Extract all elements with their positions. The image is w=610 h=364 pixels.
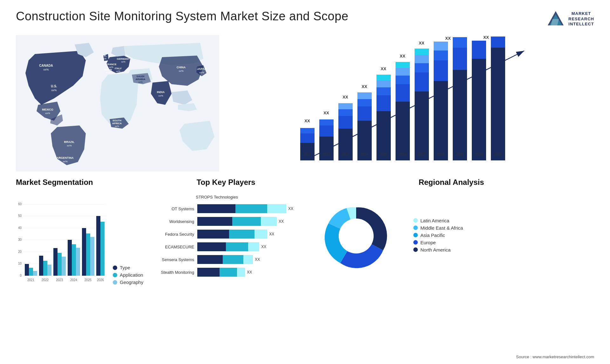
svg-rect-39 (300, 133, 315, 143)
svg-rect-96 (491, 48, 505, 160)
bar-seg-1 (197, 230, 229, 239)
player-bar-segments-fs (197, 230, 267, 239)
bar-seg-3 (261, 217, 277, 226)
svg-text:XX: XX (342, 95, 348, 99)
svg-rect-121 (58, 253, 62, 276)
donut-chart (308, 192, 404, 280)
svg-text:20: 20 (18, 250, 22, 253)
svg-text:XX: XX (362, 84, 367, 89)
svg-text:xx%: xx% (43, 68, 49, 71)
svg-text:XX: XX (304, 118, 310, 123)
regional-legend: Latin America Middle East & Africa Asia … (413, 218, 463, 254)
svg-text:XX: XX (445, 36, 451, 41)
svg-rect-49 (338, 116, 353, 129)
logo-area: MARKET RESEARCH INTELLECT (546, 10, 594, 29)
svg-text:AFRICA: AFRICA (112, 122, 122, 125)
legend-dot-geography (113, 280, 117, 285)
legend-geography: Geography (113, 280, 143, 285)
svg-text:2025: 2025 (380, 152, 387, 156)
svg-text:2021: 2021 (27, 278, 35, 282)
svg-text:U.K.: U.K. (102, 54, 107, 57)
legend-label-apac: Asia Pacific (420, 233, 445, 238)
svg-rect-97 (491, 37, 505, 48)
svg-rect-123 (68, 240, 72, 276)
player-bar-segments-ss (197, 255, 253, 264)
legend-northam: North America (413, 247, 463, 253)
bar-seg-1 (197, 217, 232, 226)
svg-rect-50 (338, 109, 353, 116)
segmentation-section: Market Segmentation 0 10 20 30 40 50 60 (16, 178, 143, 311)
bar-seg-1 (197, 242, 226, 251)
svg-rect-67 (396, 102, 410, 160)
svg-text:CANADA: CANADA (39, 64, 53, 67)
legend-dot-northam (413, 247, 418, 252)
svg-rect-44 (319, 125, 334, 137)
svg-rect-118 (43, 261, 47, 276)
svg-rect-38 (300, 143, 315, 160)
bar-seg-3 (243, 255, 253, 264)
svg-rect-78 (415, 49, 429, 55)
svg-text:GERMANY: GERMANY (117, 57, 130, 60)
bar-seg-3 (237, 268, 245, 277)
svg-rect-122 (62, 257, 66, 276)
svg-text:BRAZIL: BRAZIL (64, 140, 75, 144)
svg-text:2031: 2031 (494, 152, 502, 156)
svg-rect-83 (434, 51, 448, 60)
svg-text:XX: XX (457, 35, 463, 36)
player-bar-segments-ws (197, 217, 277, 226)
svg-text:2024: 2024 (70, 278, 78, 282)
legend-dot-apac (413, 233, 418, 237)
svg-text:JAPAN: JAPAN (197, 67, 207, 71)
player-name-ss: Sensera Systems (150, 257, 194, 262)
svg-rect-57 (357, 92, 372, 99)
svg-rect-89 (453, 37, 467, 48)
svg-text:2028: 2028 (437, 152, 444, 156)
player-bar-sm: XX (197, 268, 302, 277)
svg-rect-114 (25, 264, 29, 276)
bar-seg-1 (197, 204, 235, 213)
legend-europe: Europe (413, 240, 463, 245)
player-bar-fs: XX (197, 230, 302, 239)
svg-rect-124 (72, 244, 76, 276)
svg-rect-119 (47, 265, 51, 276)
svg-rect-126 (82, 228, 86, 276)
legend-label-application: Application (120, 272, 143, 278)
logo-text: MARKET RESEARCH INTELLECT (568, 11, 594, 27)
main-content: CANADA xx% U.S. xx% MEXICO xx% BRAZIL xx… (16, 35, 594, 172)
svg-text:XX: XX (502, 35, 508, 36)
svg-text:FRANCE: FRANCE (106, 63, 117, 66)
bar-seg-2 (223, 255, 243, 264)
bottom-section: Market Segmentation 0 10 20 30 40 50 60 (16, 178, 594, 311)
segmentation-title: Market Segmentation (16, 178, 143, 187)
bar-seg-2 (235, 204, 267, 213)
player-name-ot: OT Systems (150, 206, 194, 211)
legend-dot-type (113, 266, 117, 270)
svg-rect-61 (376, 95, 391, 111)
players-section: Top Key Players STROPS Technologies OT S… (150, 178, 302, 311)
svg-text:xx%: xx% (109, 66, 113, 68)
svg-text:XX: XX (419, 41, 424, 45)
legend-type: Type (113, 265, 143, 270)
legend-apac: Asia Pacific (413, 233, 463, 238)
svg-text:xx%: xx% (121, 61, 125, 63)
svg-rect-62 (376, 87, 391, 95)
svg-rect-84 (434, 42, 448, 51)
svg-text:xx%: xx% (158, 94, 163, 97)
svg-text:2023: 2023 (56, 278, 63, 282)
player-bar-ss: XX (197, 255, 302, 264)
player-row-ws: Worldsensing XX (150, 217, 302, 226)
svg-text:SOUTH: SOUTH (112, 119, 121, 122)
svg-text:2023: 2023 (342, 152, 349, 156)
player-xx-ws: XX (279, 219, 284, 224)
svg-rect-120 (53, 248, 58, 276)
player-row-fs: Fedora Security XX (150, 230, 302, 239)
svg-text:SPAIN: SPAIN (104, 68, 112, 71)
svg-text:XX: XX (381, 66, 386, 71)
player-bar-ec: XX (197, 242, 302, 251)
bar-seg-2 (220, 268, 237, 277)
svg-rect-74 (415, 91, 429, 160)
svg-rect-92 (472, 59, 486, 160)
growth-chart-section: 2021 XX 2022 XX 2023 XX (226, 35, 594, 172)
svg-text:2030: 2030 (475, 152, 483, 156)
bar-seg-3 (267, 204, 286, 213)
